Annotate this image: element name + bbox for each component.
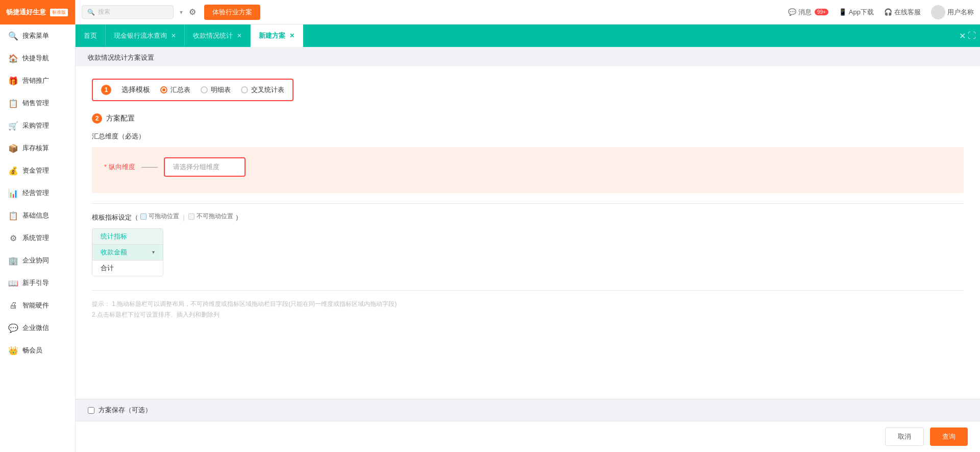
save-label: 方案保存（可选） [99,406,152,415]
logo-text: 畅捷通好生意 [6,8,46,17]
tip1: 提示： 1.拖动标题栏可以调整布局，不可跨维度或指标区域拖动栏目字段(只能在同一… [92,299,964,310]
sidebar-item-purchase[interactable]: 🛒 采购管理 [0,114,75,137]
stats-chevron-icon: ▾ [152,249,155,255]
radio-cross-label: 交叉统计表 [251,85,284,94]
sidebar-item-label: 销售管理 [22,99,49,108]
notification-badge: 99+ [815,9,828,15]
sidebar-item-newbie[interactable]: 📖 新手引导 [0,272,75,294]
sidebar-item-label: 智能硬件 [22,301,49,310]
sidebar-item-marketing[interactable]: 🎁 营销推广 [0,69,75,92]
tab-collection-stats-close[interactable]: ✕ [237,32,242,39]
tab-home[interactable]: 首页 [76,25,106,47]
radio-summary-label: 汇总表 [170,85,190,94]
topbar-search-box[interactable]: 🔍 搜索 [82,5,174,19]
action-bar: 取消 查询 [76,421,980,452]
cancel-button[interactable]: 取消 [885,427,924,446]
tab-close-all-icon[interactable]: ✕ [959,31,966,41]
sidebar-item-quick-nav[interactable]: 🏠 快捷导航 [0,47,75,69]
radio-summary-circle [160,86,167,93]
online-support-label: 在线客服 [894,8,921,17]
app-download-item[interactable]: 📱 App下载 [839,8,874,17]
sidebar-item-inventory[interactable]: 📦 库存核算 [0,137,75,159]
step1-title: 选择模板 [121,85,150,94]
stats-column-label: 收款金额 [101,248,127,257]
tab-new-scheme-close[interactable]: ✕ [289,32,295,39]
tab-collection-stats[interactable]: 收款情况统计 ✕ [185,25,251,47]
sidebar-item-enterprise[interactable]: 🏢 企业协同 [0,249,75,272]
online-support-item[interactable]: 🎧 在线客服 [884,8,921,17]
trial-button[interactable]: 体验行业方案 [204,5,260,20]
sidebar-item-label: 快捷导航 [22,54,49,63]
non-draggable-text: 不可拖动位置 [197,212,233,221]
sidebar-logo: 畅捷通好生意 标准版 [0,0,75,25]
topbar-search-placeholder: 搜索 [98,8,110,16]
dimension-row: * 纵向维度 —— 请选择分组维度 [104,157,951,177]
step1-section: 1 选择模板 汇总表 明细表 [92,79,964,101]
save-checkbox[interactable] [88,407,94,414]
sidebar-item-sales[interactable]: 📋 销售管理 [0,92,75,114]
dimension-arrow-icon: —— [141,162,158,172]
tab-new-scheme[interactable]: 新建方案 ✕ [251,25,303,47]
non-draggable-badge: 不可拖动位置 [188,212,233,221]
radio-detail-circle [201,86,208,93]
system-icon: ⚙ [8,233,18,243]
sales-icon: 📋 [8,99,18,108]
breadcrumb: 收款情况统计方案设置 [88,54,154,61]
notification-label: 消息 [798,8,812,17]
page-footer: 方案保存（可选） [76,399,980,421]
sidebar-item-search-menu[interactable]: 🔍 搜索菜单 [0,25,75,47]
sidebar-item-label: 搜索菜单 [22,31,49,40]
tab-expand-icon[interactable]: ⛶ [968,31,976,40]
radio-cross[interactable]: 交叉统计表 [241,85,284,94]
tips-section: 提示： 1.拖动标题栏可以调整布局，不可跨维度或指标区域拖动栏目字段(只能在同一… [92,290,964,321]
user-name: 用户名称 [947,8,974,17]
stats-row-label: 合计 [101,264,114,272]
step2-title: 方案配置 [106,114,135,123]
dimension-select[interactable]: 请选择分组维度 [164,157,246,177]
operation-icon: 📊 [8,188,18,198]
settings-icon[interactable]: ⚙ [189,7,196,17]
search-menu-icon: 🔍 [8,31,18,41]
avatar [931,5,945,19]
dimension-area: * 纵向维度 —— 请选择分组维度 [92,147,964,193]
topbar-search-icon: 🔍 [87,9,95,16]
radio-group: 汇总表 明细表 交叉统计表 [160,85,284,94]
sidebar-item-label: 采购管理 [22,121,49,130]
step2-section: 2 方案配置 汇总维度（必选） * 纵向维度 —— 请选择分组维度 [92,113,964,321]
purchase-icon: 🛒 [8,121,18,131]
radio-detail[interactable]: 明细表 [201,85,231,94]
stats-column-header[interactable]: 收款金额 ▾ [92,245,163,260]
tab-new-scheme-label: 新建方案 [259,31,285,40]
draggable-text: 可拖动位置 [149,212,179,221]
form-card: 1 选择模板 汇总表 明细表 [76,66,980,399]
sidebar-item-finance[interactable]: 💰 资金管理 [0,159,75,182]
tab-collection-stats-label: 收款情况统计 [193,31,233,40]
tab-bank-flow-close[interactable]: ✕ [171,32,176,39]
draggable-badge: 可拖动位置 [140,212,179,221]
topbar-arrow: ▾ [180,9,183,16]
radio-detail-label: 明细表 [211,85,231,94]
sidebar-item-system[interactable]: ⚙ 系统管理 [0,227,75,249]
home-icon: 🏠 [8,54,18,63]
topbar: 🔍 搜索 ▾ ⚙ 体验行业方案 💬 消息 99+ 📱 App下载 🎧 在线客服 … [76,0,980,25]
sidebar-item-operation[interactable]: 📊 经营管理 [0,182,75,204]
smart-hw-icon: 🖨 [8,301,18,310]
online-support-icon: 🎧 [884,8,892,16]
sidebar-item-base-info[interactable]: 📋 基础信息 [0,204,75,227]
gift-icon: 🎁 [8,76,18,86]
sidebar-item-label: 企业协同 [22,256,49,265]
notification-item[interactable]: 💬 消息 99+ [788,8,828,17]
step2-num: 2 [92,113,102,124]
sidebar-item-wechat[interactable]: 💬 企业微信 [0,317,75,339]
stats-table-header: 统计指标 [92,229,163,245]
sidebar-item-member[interactable]: 👑 畅会员 [0,339,75,362]
sidebar-item-smart-hw[interactable]: 🖨 智能硬件 [0,294,75,317]
query-button[interactable]: 查询 [930,427,968,446]
user-avatar[interactable]: 用户名称 [931,5,974,19]
sidebar-item-label: 新手引导 [22,278,49,288]
tab-bank-flow[interactable]: 现金银行流水查询 ✕ [106,25,185,47]
logo-badge: 标准版 [50,9,68,16]
radio-summary[interactable]: 汇总表 [160,85,190,94]
content-area: 收款情况统计方案设置 1 选择模板 汇总表 [76,47,980,452]
draggable-dot [140,213,146,220]
